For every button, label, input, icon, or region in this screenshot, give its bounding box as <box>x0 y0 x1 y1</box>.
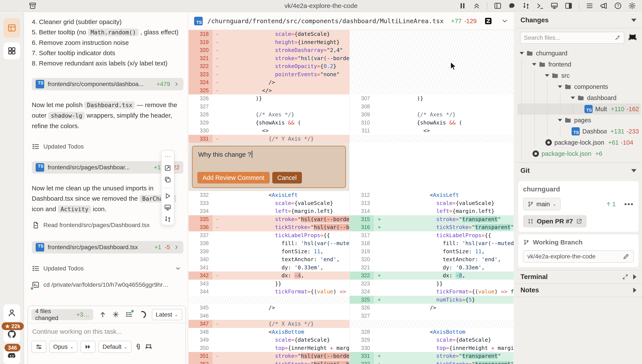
fast-forward-button[interactable] <box>81 341 96 353</box>
panel-left-icon[interactable] <box>494 2 502 10</box>
tree-folder-pages[interactable]: pages <box>517 114 641 126</box>
chevrons-up-icon[interactable] <box>473 2 480 10</box>
rail-button-layout-panel[interactable] <box>4 18 20 38</box>
tree-folder-dashboard[interactable]: dashboard <box>517 92 641 104</box>
file-search[interactable] <box>520 32 624 44</box>
git-section-header[interactable]: Git <box>515 163 642 178</box>
model-dropdown[interactable]: Opus ⌄ <box>49 341 78 353</box>
dots-horizontal-icon[interactable] <box>164 153 171 160</box>
folder-expand-triangle[interactable] <box>558 119 562 122</box>
diff-empty-hatch <box>350 320 514 328</box>
edit-diff-icon[interactable] <box>164 164 171 172</box>
file-change-chip[interactable]: TSfrontend/src/pages/Dashboard.tsx+1-5 <box>32 241 183 254</box>
edit-pencil-icon[interactable] <box>623 253 629 260</box>
tree-folder-frontend[interactable]: frontend <box>517 59 641 70</box>
indent-guide <box>521 92 530 104</box>
asterisk-button[interactable]: ✳ <box>112 311 119 318</box>
scroll-to-top-button[interactable] <box>99 311 106 318</box>
cat-icon[interactable] <box>628 33 637 42</box>
read-file-row[interactable]: Read frontend/src/pages/Dashboard.tsx <box>32 220 181 230</box>
play-icon[interactable] <box>164 192 171 200</box>
panel-right-icon[interactable] <box>565 2 572 10</box>
settings-gear-icon[interactable] <box>628 2 636 10</box>
collapse-tree-icon[interactable] <box>614 34 620 41</box>
notes-section-header[interactable]: Notes <box>515 283 642 296</box>
code-line: <AxisLeft <box>385 191 514 199</box>
review-comment-box[interactable]: Why this change ?Add Review CommentCance… <box>192 146 346 188</box>
diff-sign: - <box>213 272 223 280</box>
todos-button[interactable] <box>125 311 133 318</box>
diff-empty-hatch <box>350 70 514 78</box>
cancel-button[interactable]: Cancel <box>272 172 302 184</box>
add-review-comment-button[interactable]: Add Review Comment <box>197 172 270 184</box>
diff-row: 335- stroke="hsl(var(--border315+ stroke… <box>189 215 514 224</box>
git-compare-icon[interactable] <box>522 2 530 10</box>
rail-button-discord[interactable]: 346 <box>4 347 20 364</box>
commits-ahead: 1 <box>606 201 615 208</box>
code-line: stroke="hsl(var(--border <box>223 215 349 224</box>
checklist-icon <box>32 143 40 150</box>
folder-expand-triangle[interactable] <box>571 96 575 99</box>
code-line: tickFormat={(value) => f <box>223 288 349 296</box>
settings-sliders-button[interactable] <box>31 341 46 353</box>
attachment-button[interactable] <box>135 343 142 350</box>
file-change-chip[interactable]: TSfrontend/src/components/dashboa...+479 <box>32 78 183 90</box>
folder-expand-triangle[interactable] <box>545 74 549 77</box>
terminal-prompt-icon[interactable] <box>536 2 544 10</box>
collapse-file-chevron[interactable] <box>501 18 508 25</box>
message-input[interactable]: Continue working on this task... <box>28 323 186 340</box>
tree-file-Dashboard.tsx[interactable]: TSDashboard.tsx+131-233 <box>517 126 641 137</box>
tree-file-package-lock.json[interactable]: package-lock.json+6 <box>517 148 641 159</box>
tree-folder-src[interactable]: src <box>517 70 641 81</box>
help-circle-icon[interactable]: ? <box>614 2 622 10</box>
changes-section-header[interactable]: Changes <box>515 12 642 28</box>
search-input[interactable] <box>524 34 614 41</box>
expand-icon[interactable] <box>622 274 628 280</box>
file-change-chip[interactable]: TSfrontend/src/pages/Dashboar...+130-22 <box>32 161 183 174</box>
tree-folder-components[interactable]: components <box>517 81 641 92</box>
archive-box-icon[interactable] <box>29 2 37 10</box>
menu-icon[interactable] <box>586 2 593 10</box>
rail-button-board-grid[interactable] <box>4 42 20 59</box>
diff-sign <box>374 264 385 272</box>
list-item: 4. Cleaner grid (subtler opacity) <box>32 17 183 27</box>
chevron-down-icon[interactable] <box>175 265 181 272</box>
updated-todos-row[interactable]: Updated Todos <box>32 142 181 152</box>
claude-cat-button[interactable] <box>145 343 152 350</box>
rail-button-github[interactable]: ★ 22k <box>4 326 20 342</box>
tree-file-MultiLineArea.tsx[interactable]: TSMultiLineArea.tsx+110-162 <box>517 104 641 114</box>
code-line <box>223 312 349 320</box>
rail-button-person[interactable] <box>4 304 20 321</box>
mode-dropdown[interactable]: Default ⌄ <box>99 341 131 353</box>
terminal-command-row[interactable]: cd /private/var/folders/10/h7w0q46556ggr… <box>32 280 181 290</box>
diff-view-toggle-icon[interactable] <box>484 17 492 25</box>
copy-icon[interactable] <box>164 176 171 183</box>
monitor-icon[interactable] <box>164 204 171 211</box>
code-line: tickStroke="transparent" <box>385 223 514 231</box>
tree-folder-churnguard[interactable]: churnguard <box>517 48 641 59</box>
latest-dropdown[interactable]: Latest ⌄ <box>152 309 182 320</box>
inline-code: Math.random() <box>88 28 139 36</box>
review-comment-input[interactable]: Why this change ? <box>198 151 340 158</box>
pause-icon[interactable] <box>459 2 466 10</box>
folder-expand-triangle[interactable] <box>520 52 524 54</box>
folder-expand-triangle[interactable] <box>558 86 562 88</box>
code-line: <> <box>223 127 349 135</box>
terminal-section-header[interactable]: Terminal <box>515 270 642 283</box>
files-changed-chip[interactable]: 4 files changed +3… <box>31 309 93 320</box>
diff-row: 339 fontSize: 11,319 fontSize: 11, <box>189 248 514 256</box>
tree-file-package-lock.json[interactable]: package-lock.json+61-104 <box>517 137 641 148</box>
folder-expand-triangle[interactable] <box>532 63 536 66</box>
diff-row: 327308 <box>189 102 514 111</box>
code-line: textAnchor: 'end', <box>385 256 514 264</box>
megaphone-icon[interactable] <box>600 2 608 10</box>
monitor-icon[interactable] <box>550 2 558 10</box>
git-compare-icon[interactable] <box>164 216 171 223</box>
diff-empty-hatch <box>350 135 514 143</box>
branch-dropdown[interactable]: main ⌄ <box>523 198 561 210</box>
chat-bubble-icon[interactable] <box>508 2 516 10</box>
git-more-menu[interactable]: ••• <box>624 200 634 208</box>
working-branch-input[interactable]: vk/4e2a-explore-the-code <box>523 250 634 263</box>
updated-todos-row[interactable]: Updated Todos <box>32 263 181 274</box>
open-pr-button[interactable]: Open PR #7 <box>523 215 586 228</box>
